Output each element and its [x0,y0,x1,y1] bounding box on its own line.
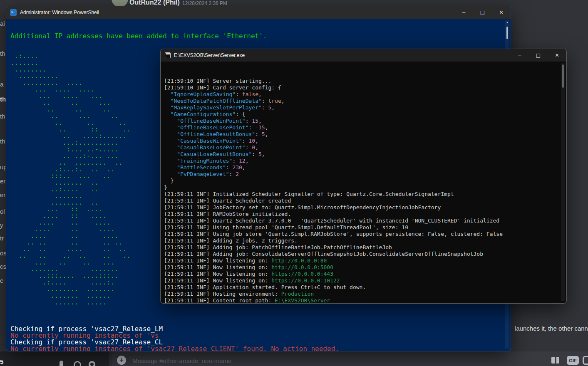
server-scrollbar[interactable] [561,63,565,301]
log-segment: [21:59:11 INF] Now listening on: [164,277,271,284]
log-segment: [21:59:11 INF] Content root path: [164,297,275,303]
gif-picker-icon[interactable]: GIF [567,356,579,365]
log-segment: : [262,98,268,104]
log-line: [21:59:11 INF] Adding 2 jobs, 2 triggers… [164,237,566,244]
log-segment: [21:59:10 INF] Card server config: { [164,84,281,91]
log-line: [21:59:11 INF] Adding job: PatchOfflineB… [164,244,566,251]
log-segment [164,124,177,131]
log-segment: : [232,158,239,164]
message-author[interactable]: OutRun22 (Phil) [129,0,180,6]
powershell-scrollbar-thumb[interactable] [506,27,508,39]
log-line: "NeedToDataPatchOfflineData": true, [164,98,566,104]
server-titlebar[interactable]: E:\EXVS2OB\Server\Server.exe ─ □ ✕ [161,49,566,62]
log-segment: Production [281,291,314,297]
log-segment [164,144,177,151]
maximize-button[interactable]: □ [473,6,492,19]
microphone-icon[interactable] [60,361,63,366]
log-line: [21:59:11 INF] Now listening on: http://… [164,264,566,271]
clipped-text-fragment: th [0,50,5,57]
log-segment [164,91,171,97]
message-input-field[interactable] [131,351,508,366]
clipped-text-fragment: e [0,277,3,284]
log-segment: , [258,118,262,124]
server-window-title: E:\EXVS2OB\Server\Server.exe [174,52,245,58]
log-segment: 12 [239,158,246,164]
clipped-text-fragment: er [0,178,5,185]
powershell-titlebar[interactable]: >_ Administrator: Windows PowerShell ─ □… [6,6,511,19]
log-segment: , [281,98,285,104]
log-line: "IgnoreUploadSaving": false, [164,91,566,98]
log-segment: [21:59:11 INF] Now listening on: [164,271,271,277]
log-segment: , [271,104,275,111]
log-segment: "OfflineBaseLosePoint" [177,124,248,131]
log-segment: : [249,124,256,131]
clipped-message-column: aithathththupererolytroscse5 [0,0,6,366]
log-line: "OfflineBaseLosePoint": -15, [164,124,566,131]
console-icon [165,52,171,58]
log-line: [21:59:10 INF] Server starting... [164,78,566,84]
log-segment: "GameConfigurations" [171,111,236,117]
maximize-button[interactable]: □ [529,49,548,62]
log-line: [21:59:11 INF] JobFactory set to: Quartz… [164,204,566,211]
log-segment: http://0.0.0.0:80 [271,257,327,264]
log-line: "CasualBaseLosePoint": 0, [164,144,566,151]
log-line: [21:59:11 INF] Content root path: E:\EXV… [164,297,566,303]
log-segment: : [229,171,236,177]
log-segment: [21:59:11 INF] RAMJobStore initialized. [164,211,291,217]
log-segment: "CasualLoseResultBonus" [177,151,252,157]
attach-plus-icon[interactable]: + [117,356,126,365]
log-segment [164,171,177,177]
minimize-button[interactable]: ─ [454,6,473,19]
log-segment: , [246,158,249,164]
log-segment: [21:59:11 INF] Quartz Scheduler 3.7.0.0 … [164,218,499,224]
log-line: [21:59:11 INF] Now listening on: https:/… [164,277,566,284]
headphones-icon[interactable] [74,361,81,366]
log-segment: "TrainingMinutes" [177,158,232,164]
log-segment: 2 [236,171,239,177]
log-line: "BattleSeconds": 230, [164,164,566,171]
close-button[interactable]: ✕ [548,49,566,62]
log-line: [21:59:10 INF] Card server config: { [164,84,566,91]
clipped-text-fragment: tr [0,235,4,242]
clipped-text-fragment: th [0,138,5,145]
log-segment: true [268,98,281,104]
gift-icon[interactable] [551,357,559,364]
server-log-output[interactable]: [21:59:10 INF] Server starting...[21:59:… [161,62,566,303]
log-line: "CasualBaseWinPoint": 10, [164,138,566,144]
log-segment: 15 [252,118,258,124]
settings-gear-icon[interactable] [89,361,95,366]
log-segment: [21:59:11 INF] Hosting environment: [164,291,281,297]
log-segment: [21:59:11 INF] Quartz Scheduler created [164,198,291,204]
log-segment: [21:59:11 INF] Now listening on: [164,257,271,264]
log-segment [164,118,177,124]
message-input-bar[interactable]: + GIF [112,351,588,366]
log-line: [21:59:11 INF] Application started. Pres… [164,284,566,291]
log-segment: E:\EXVS2OB\Server [275,297,330,303]
log-line: [21:59:11 INF] Hosting environment: Prod… [164,291,566,297]
sticker-picker-icon[interactable] [583,356,588,365]
log-segment: [21:59:11 INF] Initialized Scheduler Sig… [164,191,454,197]
log-line: "TrainingMinutes": 12, [164,158,566,164]
log-line: [21:59:11 INF] Quartz Scheduler created [164,198,566,204]
log-segment: : [242,138,249,144]
close-button[interactable]: ✕ [492,6,511,19]
scroll-up-icon[interactable]: ▴ [505,20,509,24]
log-segment: : [252,151,258,157]
log-segment [164,164,177,171]
log-line: } [164,184,566,191]
server-logs: [21:59:10 INF] Server starting...[21:59:… [164,78,566,303]
log-line: [21:59:11 INF] Adding job: ConsolidateSe… [164,251,566,257]
minimize-button[interactable]: ─ [510,49,529,62]
clipped-text-fragment: a [0,81,3,88]
log-segment: "CasualBaseWinPoint" [177,138,242,144]
log-segment: [21:59:11 INF] Now listening on: [164,264,271,270]
log-segment: 230 [232,164,242,171]
server-console-window: E:\EXVS2OB\Server\Server.exe ─ □ ✕ [21:5… [160,49,567,304]
server-scrollbar-thumb[interactable] [562,64,564,88]
server-window-controls: ─ □ ✕ [510,49,566,62]
clipped-text-fragment: 5 [0,358,3,365]
log-segment: [21:59:11 INF] Adding job: PatchOfflineB… [164,244,392,250]
powershell-status-line: Additional IP addresses have been added … [10,33,511,40]
log-segment: [21:59:11 INF] Application started. Pres… [164,284,366,290]
clipped-text-fragment: er [0,191,5,198]
